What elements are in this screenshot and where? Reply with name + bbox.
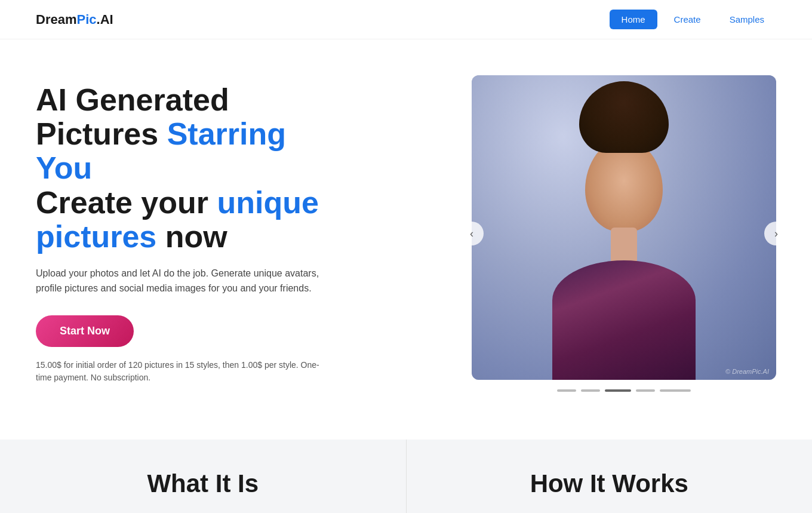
- hero-text: AI Generated Pictures Starring You Creat…: [36, 83, 322, 384]
- nav-home[interactable]: Home: [610, 10, 657, 29]
- carousel-dot-0[interactable]: [557, 389, 576, 392]
- carousel-dot-3[interactable]: [636, 389, 655, 392]
- nav-links: Home Create Samples: [610, 10, 776, 29]
- portrait-dress: [552, 260, 696, 380]
- hero-title-starring: Starring: [167, 116, 286, 151]
- logo-ai: .AI: [97, 12, 113, 27]
- start-now-button[interactable]: Start Now: [36, 315, 134, 347]
- pricing-note: 15.00$ for initial order of 120 pictures…: [36, 359, 322, 384]
- carousel-dot-4[interactable]: [660, 389, 691, 392]
- nav-samples[interactable]: Samples: [718, 10, 776, 29]
- hero-title-create: Create your: [36, 185, 208, 220]
- portrait-head: [585, 139, 663, 232]
- hero-title-line1: AI Generated: [36, 82, 229, 117]
- how-it-works-col: How It Works: [407, 440, 813, 513]
- hero-title-unique: unique: [217, 185, 318, 220]
- logo-dream: Dream: [36, 12, 76, 27]
- carousel-next-button[interactable]: ›: [764, 222, 788, 245]
- hero-section: AI Generated Pictures Starring You Creat…: [0, 39, 812, 440]
- carousel: © DreamPic.AI ‹ ›: [472, 75, 776, 392]
- hero-title: AI Generated Pictures Starring You Creat…: [36, 83, 322, 254]
- hero-title-you: You: [36, 150, 92, 185]
- portrait-hair: [579, 81, 669, 153]
- hero-title-pictures: Pictures: [36, 116, 158, 151]
- navbar: DreamPic.AI Home Create Samples: [0, 0, 812, 39]
- carousel-dot-2[interactable]: [605, 389, 631, 392]
- carousel-image: © DreamPic.AI: [472, 75, 776, 380]
- logo-pic: Pic: [76, 12, 96, 27]
- how-it-works-heading: How It Works: [442, 469, 777, 498]
- what-it-is-col: What It Is: [0, 440, 407, 513]
- carousel-dots: [472, 389, 776, 392]
- carousel-dot-1[interactable]: [581, 389, 600, 392]
- hero-title-now: now: [165, 219, 227, 254]
- bottom-section: What It Is How It Works: [0, 440, 812, 513]
- watermark: © DreamPic.AI: [725, 368, 769, 375]
- nav-create[interactable]: Create: [662, 10, 713, 29]
- logo: DreamPic.AI: [36, 12, 113, 27]
- carousel-prev-button[interactable]: ‹: [460, 222, 484, 245]
- portrait-background: © DreamPic.AI: [472, 75, 776, 380]
- hero-title-pictures2: pictures: [36, 219, 156, 254]
- what-it-is-heading: What It Is: [36, 469, 370, 498]
- portrait-neck: [611, 228, 637, 263]
- hero-subtitle: Upload your photos and let AI do the job…: [36, 266, 322, 296]
